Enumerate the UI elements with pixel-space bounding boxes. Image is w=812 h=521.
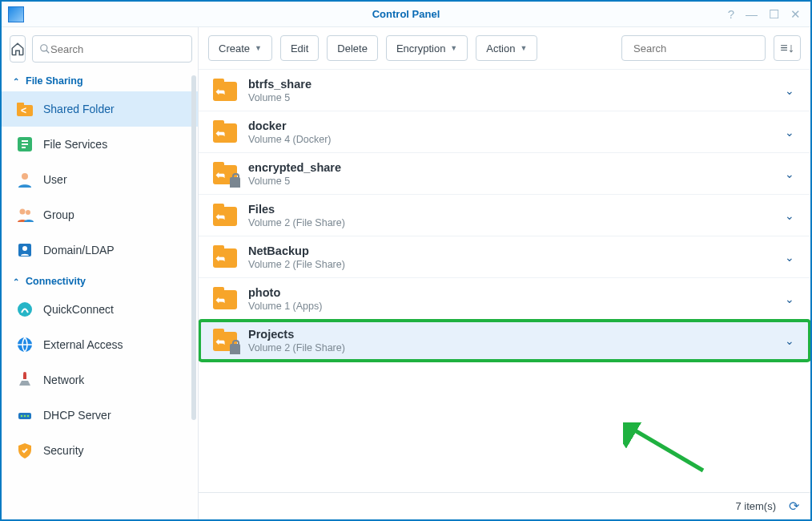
svg-point-17 [24, 415, 26, 418]
folder-volume: Volume 2 (File Share) [248, 217, 774, 228]
sidebar-item-group[interactable]: Group [2, 197, 198, 232]
sidebar-group-connectivity[interactable]: ⌃Connectivity [2, 268, 198, 292]
folder-row[interactable]: ➦ encrypted_share Volume 5 ⌄ [199, 153, 810, 195]
delete-button[interactable]: Delete [327, 35, 378, 61]
chevron-down-icon[interactable]: ⌄ [785, 334, 794, 347]
window-title: Control Panel [2, 8, 810, 20]
sidebar-item-network[interactable]: Network [2, 362, 198, 398]
svg-point-18 [27, 415, 30, 418]
sort-button[interactable]: ≡↓ [774, 35, 801, 61]
shared-folder-icon: ➦ [213, 122, 237, 143]
folder-row[interactable]: ➦ Projects Volume 2 (File Share) ⌄ [199, 320, 810, 361]
sidebar-item-label: Domain/LDAP [43, 244, 115, 256]
create-button[interactable]: Create▼ [208, 35, 272, 61]
svg-point-10 [22, 246, 27, 251]
sidebar-group-file-sharing[interactable]: ⌃File Sharing [2, 67, 198, 91]
chevron-down-icon[interactable]: ⌄ [785, 168, 794, 180]
sidebar-item-shared-folder[interactable]: <Shared Folder [2, 91, 198, 127]
chevron-down-icon[interactable]: ⌄ [785, 209, 794, 222]
sidebar-search[interactable] [32, 35, 192, 63]
svg-point-7 [20, 209, 26, 215]
svg-point-8 [26, 210, 30, 215]
shared-folder-icon: ➦ [213, 330, 237, 351]
file-services-icon [16, 135, 34, 153]
footer: 7 item(s) ⟳ [199, 492, 810, 519]
control-panel-window: Control Panel ? — ☐ ✕ ⌃File Shari [0, 0, 812, 521]
refresh-button[interactable]: ⟳ [789, 499, 799, 514]
sidebar-item-label: Security [43, 444, 84, 457]
action-button[interactable]: Action▼ [476, 35, 537, 61]
svg-point-16 [21, 415, 23, 418]
shared-folder-icon: ➦ [213, 205, 237, 226]
list-search-input[interactable] [633, 42, 768, 55]
chevron-down-icon[interactable]: ⌄ [785, 84, 794, 97]
chevron-down-icon[interactable]: ⌄ [785, 293, 794, 305]
sidebar-item-external-access[interactable]: External Access [2, 327, 198, 362]
home-button[interactable] [10, 35, 26, 63]
sidebar-item-quickconnect[interactable]: QuickConnect [2, 292, 198, 327]
help-icon[interactable]: ? [728, 7, 734, 22]
shared-folder-icon: ➦ [213, 289, 237, 309]
svg-text:<: < [21, 105, 26, 116]
maximize-icon[interactable]: ☐ [769, 7, 779, 22]
sidebar-item-label: Network [43, 374, 84, 386]
sidebar-item-security[interactable]: Security [2, 433, 198, 468]
sidebar-search-input[interactable] [50, 43, 185, 55]
sidebar-item-label: External Access [43, 338, 123, 351]
folder-row[interactable]: ➦ docker Volume 4 (Docker) ⌄ [199, 111, 810, 153]
sidebar-item-dhcp-server[interactable]: DHCP Server [2, 398, 198, 433]
sidebar: ⌃File Sharing<Shared FolderFile Services… [2, 27, 199, 519]
sidebar-item-domain-ldap[interactable]: Domain/LDAP [2, 232, 198, 268]
search-icon [39, 43, 50, 55]
toolbar: Create▼ Edit Delete Encryption▼ Action▼ … [199, 27, 810, 70]
folder-name: docker [248, 119, 774, 132]
security-icon [16, 442, 34, 459]
folder-info: photo Volume 1 (Apps) [248, 286, 774, 312]
svg-point-0 [41, 45, 47, 51]
lock-icon [230, 177, 240, 188]
shared-folder-icon: < [16, 100, 34, 118]
quickconnect-icon [16, 301, 34, 318]
svg-line-19 [629, 427, 703, 471]
folder-info: Files Volume 2 (File Share) [248, 203, 774, 228]
item-count: 7 item(s) [735, 500, 776, 512]
chevron-down-icon[interactable]: ⌄ [785, 251, 794, 264]
folder-volume: Volume 5 [248, 176, 774, 187]
app-icon [8, 6, 24, 22]
folder-name: Projects [248, 328, 774, 341]
folder-name: btrfs_share [248, 78, 774, 91]
folder-row[interactable]: ➦ btrfs_share Volume 5 ⌄ [199, 70, 810, 111]
folder-row[interactable]: ➦ NetBackup Volume 2 (File Share) ⌄ [199, 236, 810, 278]
chevron-up-icon: ⌃ [13, 77, 19, 86]
encryption-button[interactable]: Encryption▼ [386, 35, 468, 61]
chevron-down-icon[interactable]: ⌄ [785, 126, 794, 139]
folder-info: encrypted_share Volume 5 [248, 161, 774, 187]
sidebar-item-label: Group [43, 208, 74, 221]
scrollbar[interactable] [191, 75, 196, 420]
folder-row[interactable]: ➦ photo Volume 1 (Apps) ⌄ [199, 278, 810, 320]
folder-info: btrfs_share Volume 5 [248, 78, 774, 103]
shared-folder-icon: ➦ [213, 164, 237, 184]
folder-row[interactable]: ➦ Files Volume 2 (File Share) ⌄ [199, 195, 810, 236]
chevron-up-icon: ⌃ [13, 277, 19, 286]
folder-name: encrypted_share [248, 161, 774, 174]
caret-down-icon: ▼ [255, 44, 262, 52]
sidebar-item-label: File Services [43, 138, 107, 151]
folder-volume: Volume 2 (File Share) [248, 342, 774, 353]
shared-folder-icon: ➦ [213, 247, 237, 268]
external-access-icon [16, 336, 34, 353]
sidebar-item-user[interactable]: User [2, 162, 198, 197]
folder-list: ➦ btrfs_share Volume 5 ⌄ ➦ docker Volume… [199, 70, 810, 492]
close-icon[interactable]: ✕ [790, 7, 801, 22]
window-controls: ? — ☐ ✕ [728, 7, 810, 22]
svg-line-1 [46, 50, 50, 54]
caret-down-icon: ▼ [520, 44, 527, 52]
minimize-icon[interactable]: — [746, 7, 758, 22]
sidebar-item-label: DHCP Server [43, 409, 111, 422]
sidebar-item-file-services[interactable]: File Services [2, 127, 198, 162]
folder-info: NetBackup Volume 2 (File Share) [248, 244, 774, 270]
list-search[interactable] [621, 35, 766, 61]
shared-folder-icon: ➦ [213, 80, 237, 101]
folder-volume: Volume 1 (Apps) [248, 301, 774, 312]
edit-button[interactable]: Edit [280, 35, 319, 61]
